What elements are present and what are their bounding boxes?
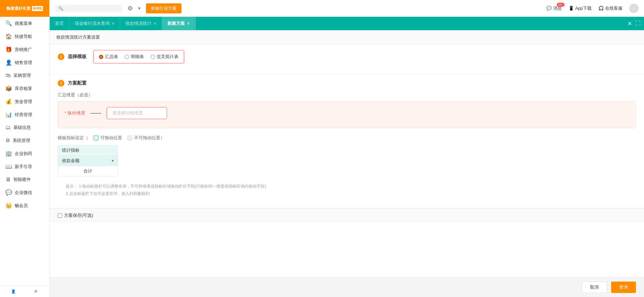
sidebar-item-weixin[interactable]: 💬 企业微信: [0, 186, 49, 199]
detail-radio[interactable]: [125, 55, 129, 59]
dim-placeholder: 请选择分组维度: [112, 110, 143, 116]
sidebar-item-sales[interactable]: 👤 销售管理: [0, 56, 49, 69]
sidebar-bottom: 👤 ⚙: [0, 286, 49, 297]
main-area: 🔍 ⚙ ▾ 体验行业方案 💬 消息 99+ 📱 App下载 🎧 在线客服 首页现…: [50, 0, 644, 297]
sidebar-label-purchase: 采购管理: [13, 72, 31, 79]
sidebar-item-quick-nav[interactable]: 🏠 快捷导航: [0, 30, 49, 43]
template-options-box: 汇总表 明细表 交叉统计表: [93, 50, 184, 63]
collection-amount-row[interactable]: 收款金额 ▾: [58, 156, 118, 166]
sidebar-item-purchase[interactable]: 🛍 采购管理: [0, 69, 49, 82]
messages-btn[interactable]: 💬 消息 99+: [546, 5, 562, 11]
sidebar-label-basic: 基础信息: [13, 125, 31, 131]
content-area: 收款情况统计方案设置 1 选择模板 汇总表 明细表: [50, 30, 644, 277]
tab-bank[interactable]: 现金银行流水查询×: [69, 17, 120, 30]
search-box[interactable]: 🔍: [55, 5, 122, 12]
step1-section: 1 选择模板 汇总表 明细表 交叉统计表: [50, 45, 644, 75]
tab-new-plan[interactable]: 新建方案×: [162, 17, 195, 30]
template-cross[interactable]: 交叉统计表: [151, 54, 178, 60]
step2-number: 2: [58, 80, 64, 87]
content-inner: 收款情况统计方案设置 1 选择模板 汇总表 明细表: [50, 30, 644, 277]
total-cell: 合计: [58, 166, 118, 176]
sidebar-item-operations[interactable]: 📊 经营管理: [0, 108, 49, 121]
tab-close-bank[interactable]: ×: [112, 21, 114, 26]
collection-amount-label: 收款金额: [62, 158, 79, 164]
query-button[interactable]: 查询: [611, 282, 636, 293]
cancel-button[interactable]: 取消: [582, 282, 607, 293]
non-draggable-indicator: [127, 136, 132, 140]
sidebar-bottom-right[interactable]: ⚙: [26, 289, 46, 294]
vertical-dim-label: * 纵向维度: [65, 110, 85, 116]
tab-close-all-icon[interactable]: ✕: [628, 20, 632, 27]
tip-1: 提示： 1.拖动标题栏可以调整布局，不可跨维度或指标区域拖动栏目字段(只能在同一…: [66, 183, 628, 190]
app-name: 畅捷通好生意: [6, 6, 31, 11]
tabbar: 首页现金银行流水查询×收款情况统计×新建方案× ✕ ⛶: [50, 17, 644, 30]
step2-header: 2 方案配置: [58, 80, 636, 87]
page-title: 收款情况统计方案设置: [50, 30, 644, 45]
hardware-icon: 🖥: [5, 177, 11, 183]
industry-btn[interactable]: 体验行业方案: [146, 3, 181, 13]
member-icon: 👑: [5, 202, 12, 209]
sidebar-item-finance[interactable]: 💰 资金管理: [0, 95, 49, 108]
tab-home[interactable]: 首页: [50, 17, 69, 30]
indicator-title-text: 模板指标设定（: [58, 135, 88, 141]
template-summary[interactable]: 汇总表: [99, 54, 118, 60]
tab-collection[interactable]: 收款情况统计×: [120, 17, 162, 30]
stats-label: 统计指标: [62, 147, 79, 153]
sidebar-label-member: 畅会员: [15, 203, 28, 209]
sidebar-label-system: 系统管理: [13, 138, 30, 144]
dim-select-box[interactable]: 请选择分组维度: [107, 107, 167, 119]
system-icon: ⚙: [5, 137, 10, 144]
cross-label: 交叉统计表: [157, 54, 178, 60]
app-download-label: App下载: [575, 5, 592, 11]
sidebar-item-basic[interactable]: 🗂 基础信息: [0, 121, 49, 134]
user-avatar[interactable]: [629, 4, 639, 13]
step1-header: 1 选择模板 汇总表 明细表 交叉统计表: [58, 50, 636, 63]
sidebar-item-marketing[interactable]: 🎁 营销推广: [0, 43, 49, 56]
weixin-icon: 💬: [5, 189, 12, 196]
guide-icon: 📖: [5, 163, 12, 170]
detail-label: 明细表: [131, 54, 144, 60]
quick-nav-icon: 🏠: [5, 33, 12, 40]
tab-close-new-plan[interactable]: ×: [187, 21, 190, 26]
sidebar-item-inventory[interactable]: 📦 库存核算: [0, 82, 49, 95]
app-download-btn[interactable]: 📱 App下载: [569, 5, 592, 11]
sidebar-label-search-menu: 搜索菜单: [15, 20, 32, 27]
summary-label: 汇总表: [105, 54, 118, 60]
tab-close-collection[interactable]: ×: [154, 21, 156, 26]
sidebar-item-member[interactable]: 👑 畅会员: [0, 199, 49, 212]
online-service-label: 在线客服: [605, 5, 623, 11]
settings-icon[interactable]: ⚙: [127, 5, 133, 12]
tab-label-collection: 收款情况统计: [125, 20, 152, 27]
online-service-btn[interactable]: 🎧 在线客服: [598, 5, 623, 11]
cross-radio[interactable]: [151, 55, 155, 59]
tabs-container: 首页现金银行流水查询×收款情况统计×新建方案×: [50, 17, 196, 30]
sidebar-label-weixin: 企业微信: [15, 190, 32, 196]
summary-radio[interactable]: [99, 55, 103, 59]
step1-number: 1: [58, 53, 64, 60]
sidebar-label-enterprise: 企业协同: [15, 151, 32, 157]
dim-arrow: ——: [91, 110, 101, 116]
sidebar-item-guide[interactable]: 📖 新手引导: [0, 160, 49, 173]
sidebar-item-search-menu[interactable]: 🔍 搜索菜单: [0, 17, 49, 30]
tab-label-home: 首页: [55, 20, 64, 27]
sales-icon: 👤: [5, 59, 12, 66]
save-plan-checkbox[interactable]: [58, 213, 62, 218]
search-icon: 🔍: [58, 6, 63, 11]
sidebar-label-quick-nav: 快捷导航: [15, 34, 32, 40]
dropdown-icon[interactable]: ▾: [138, 6, 141, 11]
sidebar-item-hardware[interactable]: 🖥 智能硬件: [0, 173, 49, 186]
indicator-header: 模板指标设定（ 可拖动位置 不可拖动位置）: [58, 135, 636, 141]
sidebar-label-marketing: 营销推广: [15, 47, 32, 53]
template-detail[interactable]: 明细表: [125, 54, 144, 60]
inventory-icon: 📦: [5, 85, 12, 92]
draggable-indicator: [94, 136, 98, 140]
sidebar-label-inventory: 库存核算: [15, 86, 32, 92]
save-plan-label[interactable]: 方案保存(可选): [58, 212, 93, 218]
save-plan-text: 方案保存(可选): [64, 212, 93, 218]
sidebar-item-system[interactable]: ⚙ 系统管理: [0, 134, 49, 147]
sidebar-item-enterprise[interactable]: 🏢 企业协同: [0, 147, 49, 160]
chevron-down-icon[interactable]: ▾: [112, 158, 114, 163]
dimension-row: * 纵向维度 —— 请选择分组维度: [65, 107, 629, 119]
tab-maximize-icon[interactable]: ⛶: [635, 20, 641, 27]
sidebar-bottom-left[interactable]: 👤: [3, 289, 23, 294]
